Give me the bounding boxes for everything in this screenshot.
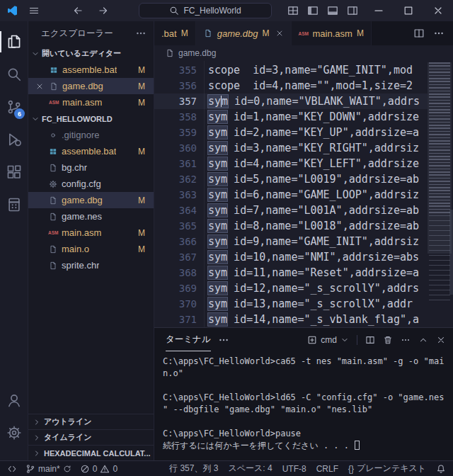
code-line[interactable]: 369sym id=12,name="_s_scrollY",addrs <box>154 280 428 296</box>
customize-layout-icon[interactable] <box>287 5 299 16</box>
open-editor-main-asm[interactable]: ASM main.asm M <box>28 94 154 110</box>
code-line[interactable]: 370sym id=13,name="_s_scrollX",addr <box>154 296 428 312</box>
code-line[interactable]: 367sym id=10,name="NMI",addrsize=abs <box>154 249 428 265</box>
split-terminal-icon[interactable] <box>365 335 375 345</box>
menu-icon[interactable] <box>28 5 40 16</box>
close-panel-icon[interactable] <box>436 335 446 345</box>
git-branch-status[interactable]: main* <box>25 464 71 474</box>
close-window-button[interactable] <box>423 0 453 21</box>
code-line[interactable]: 363sym id=6,name="GAME_LOOP",addrsiz <box>154 187 428 203</box>
split-editor-icon[interactable] <box>413 28 425 39</box>
account-icon[interactable] <box>0 384 28 416</box>
tree-item-main-o[interactable]: main.o M <box>28 241 154 257</box>
tree-item-sprite-chr[interactable]: sprite.chr <box>28 257 154 273</box>
code-line[interactable]: 368sym id=11,name="Reset",addrsize=a <box>154 265 428 280</box>
code-editor[interactable]: 355scope id=3,name="GAME_INIT",mod 356sc… <box>154 61 453 327</box>
forward-icon[interactable] <box>98 5 109 16</box>
file-icon <box>48 163 58 173</box>
sidebar-section-timeline[interactable]: タイムライン <box>28 429 154 445</box>
line-number: 365 <box>154 218 208 234</box>
tab-terminal[interactable]: ターミナル <box>166 328 211 351</box>
file-name: config.cfg <box>62 178 101 189</box>
code-line[interactable]: 365sym id=8,name="L0018",addrsize=ab <box>154 218 428 234</box>
code-line[interactable]: 358sym id=1,name="KEY_DOWN",addrsize <box>154 109 428 125</box>
remote-indicator-icon[interactable] <box>7 464 17 474</box>
toggle-secondary-sidebar-icon[interactable] <box>347 5 358 16</box>
maximize-button[interactable] <box>394 0 423 21</box>
breadcrumb[interactable]: game.dbg <box>154 45 453 61</box>
maximize-panel-icon[interactable] <box>418 335 428 345</box>
line-number: 359 <box>154 125 208 140</box>
tab-main-asm[interactable]: ASM main.asm M <box>292 21 372 45</box>
editor-more-actions-icon[interactable] <box>433 28 445 39</box>
tree-item-game-nes[interactable]: game.nes <box>28 208 154 225</box>
open-editor-game-dbg[interactable]: game.dbg M <box>28 78 154 94</box>
toggle-panel-icon[interactable] <box>327 5 338 16</box>
line-number: 367 <box>154 249 208 265</box>
minimap[interactable] <box>429 62 450 326</box>
command-center-search[interactable]: FC_HelloWorld <box>139 3 272 18</box>
terminal-line: C:\apps\FC_HelloWorld>ca65 -t nes "main.… <box>163 356 453 368</box>
scm-badge: 6 <box>14 108 25 119</box>
settings-gear-icon[interactable] <box>0 416 28 449</box>
indentation-status[interactable]: スペース: 4 <box>228 463 272 475</box>
eol-status[interactable]: CRLF <box>316 464 338 474</box>
workspace-folder-header[interactable]: FC_HELLOWORLD <box>28 110 154 127</box>
sync-icon <box>63 465 71 473</box>
language-mode-status[interactable]: {} プレーンテキスト <box>348 463 426 475</box>
tree-item-main-asm[interactable]: ASM main.asm M <box>28 225 154 241</box>
terminal-output[interactable]: C:\apps\FC_HelloWorld>ca65 -t nes "main.… <box>154 351 453 460</box>
hex-calculator-icon[interactable] <box>0 188 28 221</box>
tree-item-bg-chr[interactable]: bg.chr <box>28 159 154 176</box>
close-tab-icon[interactable] <box>275 29 284 38</box>
line-number: 362 <box>154 171 208 187</box>
code-line[interactable]: 366sym id=9,name="GAME_INIT",addrsiz <box>154 234 428 249</box>
file-name: game.dbg <box>62 195 103 205</box>
close-editor-icon[interactable] <box>34 82 45 91</box>
code-line[interactable]: 360sym id=3,name="KEY_RIGHT",addrsiz <box>154 140 428 156</box>
terminal-more-actions-icon[interactable] <box>401 335 411 345</box>
vscode-window: FC_HelloWorld 6 <box>0 0 453 476</box>
tree-item-game-dbg[interactable]: game.dbg M <box>28 192 154 208</box>
run-debug-icon[interactable] <box>0 123 28 156</box>
code-line[interactable]: 355scope id=3,name="GAME_INIT",mod <box>154 62 428 78</box>
cursor-position-status[interactable]: 行 357、列 3 <box>169 463 218 475</box>
code-line[interactable]: 371sym id=14,name="_s_vblank_flag",a <box>154 312 428 327</box>
open-editor-assemble-bat[interactable]: assemble.bat M <box>28 62 154 78</box>
search-sidebar-icon[interactable] <box>0 58 28 91</box>
file-name: main.asm <box>62 227 101 238</box>
code-line[interactable]: 359sym id=2,name="KEY_UP",addrsize=a <box>154 125 428 140</box>
back-icon[interactable] <box>72 5 84 16</box>
explorer-icon[interactable] <box>0 26 28 58</box>
explorer-more-icon[interactable] <box>135 28 147 39</box>
tab-game-dbg[interactable]: game.dbg M <box>196 21 292 45</box>
tree-item-config-cfg[interactable]: config.cfg <box>28 176 154 192</box>
breadcrumb-file: game.dbg <box>178 48 216 58</box>
code-line[interactable]: 364sym id=7,name="L001A",addrsize=ab <box>154 203 428 218</box>
code-line[interactable]: 356scope id=4,name="",mod=1,size=2 <box>154 78 428 94</box>
panel-tabs-more-icon[interactable] <box>218 334 229 346</box>
encoding-status[interactable]: UTF-8 <box>282 464 306 474</box>
source-control-icon[interactable]: 6 <box>0 91 28 123</box>
status-bar: main* 0 0 行 357、列 3 スペース: 4 UTF-8 CRLF {… <box>0 460 453 476</box>
problems-status[interactable]: 0 0 <box>80 464 117 474</box>
extensions-icon[interactable] <box>0 156 28 188</box>
code-line[interactable]: 362sym id=5,name="L0019",addrsize=ab <box>154 171 428 187</box>
editor-scrollbar[interactable] <box>449 61 453 327</box>
notifications-bell-icon[interactable] <box>436 464 446 474</box>
code-line-current[interactable]: 357sym id=0,name="VBLANK_WAIT",addrs <box>154 94 428 109</box>
minimize-button[interactable] <box>364 0 394 21</box>
sidebar-section-hex-calculator[interactable]: HEXADECIMAL CALCULAT... <box>28 445 154 460</box>
terminal-line: " --dbgfile "game.dbg" "main.o" "nes.lib… <box>163 404 453 416</box>
code-line[interactable]: 361sym id=4,name="KEY_LEFT",addrsize <box>154 156 428 171</box>
sidebar-section-outline[interactable]: アウトライン <box>28 414 154 429</box>
open-editors-header[interactable]: 開いているエディター <box>28 45 154 62</box>
terminal-profile-select[interactable]: cmd <box>307 335 349 345</box>
tree-item-gitignore[interactable]: .gitignore <box>28 127 154 143</box>
tab-assemble-bat[interactable]: .bat M <box>154 21 196 45</box>
kill-terminal-icon[interactable] <box>383 335 393 345</box>
tree-item-assemble-bat[interactable]: assemble.bat M <box>28 143 154 159</box>
line-number: 358 <box>154 109 208 125</box>
minimap-slider[interactable] <box>428 62 452 254</box>
toggle-sidebar-icon[interactable] <box>307 5 319 16</box>
